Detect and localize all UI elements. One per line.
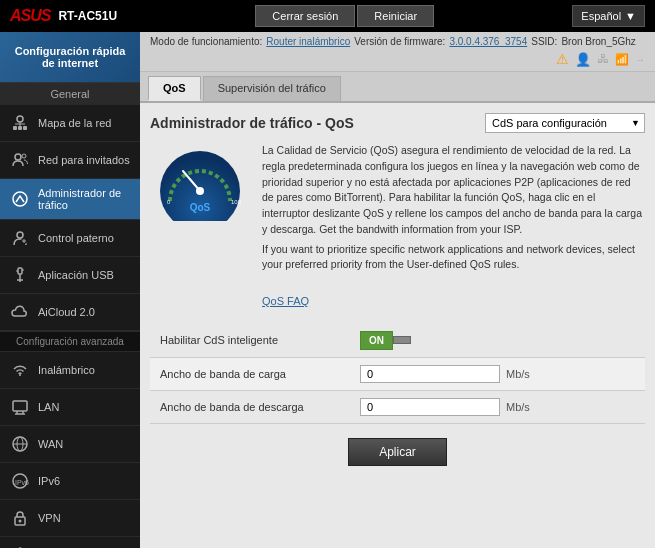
header: ASUS RT-AC51U Cerrar sesión Reiniciar Es… (0, 0, 655, 32)
restart-button[interactable]: Reiniciar (357, 5, 434, 27)
sidebar-item-guests[interactable]: Red para invitados (0, 142, 140, 179)
quick-config-label: Configuración rápida de internet (8, 45, 132, 69)
svg-text:QoS: QoS (190, 202, 211, 213)
sidebar-item-aicloud[interactable]: AiCloud 2.0 (0, 294, 140, 331)
mode-label: Modo de funcionamiento: (150, 36, 262, 47)
usb-icon (10, 265, 30, 285)
enable-qos-label: Habilitar CdS inteligente (160, 334, 360, 346)
sidebar-item-label: VPN (38, 512, 61, 524)
tab-traffic-monitor[interactable]: Supervisión del tráfico (203, 76, 341, 101)
ssid-value: Bron Bron_5Ghz (561, 36, 636, 47)
arrow-icon: → (635, 54, 645, 65)
field-download-bandwidth: Ancho de banda de descarga Mb/s (150, 391, 645, 424)
parental-icon (10, 228, 30, 248)
sidebar-item-wan[interactable]: WAN (0, 426, 140, 463)
speedometer-graphic: QoS 0 100 (150, 143, 250, 223)
upload-bandwidth-label: Ancho de banda de carga (160, 368, 360, 380)
sidebar: Configuración rápida de internet General… (0, 32, 140, 548)
ssid-label: SSID: (531, 36, 557, 47)
network-status-icon: 🖧 (597, 52, 609, 66)
info-box: QoS 0 100 La Calidad de Servicio (QoS) a… (150, 143, 645, 310)
upload-unit: Mb/s (506, 368, 530, 380)
sidebar-item-label: Mapa de la red (38, 117, 111, 129)
svg-text:IPv6: IPv6 (15, 479, 29, 486)
firmware-version[interactable]: 3.0.0.4.376_3754 (449, 36, 527, 47)
upload-bandwidth-value: Mb/s (360, 365, 530, 383)
chevron-down-icon: ▼ (625, 10, 636, 22)
sidebar-item-lan[interactable]: LAN (0, 389, 140, 426)
info-description: La Calidad de Servicio (QoS) asegura el … (262, 143, 645, 310)
download-bandwidth-input[interactable] (360, 398, 500, 416)
form-fields: Habilitar CdS inteligente ON Ancho de ba… (150, 324, 645, 424)
qos-faq-link[interactable]: QoS FAQ (262, 295, 309, 307)
wan-icon (10, 434, 30, 454)
sidebar-item-network-map[interactable]: Mapa de la red (0, 105, 140, 142)
download-bandwidth-value: Mb/s (360, 398, 530, 416)
network-icon (10, 113, 30, 133)
svg-point-16 (19, 374, 21, 376)
tab-qos[interactable]: QoS (148, 76, 201, 101)
toggle-off-label[interactable] (393, 336, 411, 344)
header-buttons: Cerrar sesión Reiniciar (255, 5, 434, 27)
sidebar-item-label: AiCloud 2.0 (38, 306, 95, 318)
content-area: Administrador de tráfico - QoS CdS para … (140, 103, 655, 548)
sidebar-item-label: LAN (38, 401, 59, 413)
vpn-icon (10, 508, 30, 528)
logout-button[interactable]: Cerrar sesión (255, 5, 355, 27)
info-paragraph-1: La Calidad de Servicio (QoS) asegura el … (262, 143, 645, 238)
lan-icon (10, 397, 30, 417)
download-bandwidth-label: Ancho de banda de descarga (160, 401, 360, 413)
svg-point-0 (17, 116, 23, 122)
svg-point-7 (22, 154, 26, 158)
svg-point-30 (196, 187, 204, 195)
svg-rect-1 (13, 126, 17, 130)
sidebar-item-ipv6[interactable]: IPv6 IPv6 (0, 463, 140, 500)
wireless-icon (10, 360, 30, 380)
content-header: Administrador de tráfico - QoS CdS para … (150, 113, 645, 133)
language-selector[interactable]: Español ▼ (572, 5, 645, 27)
upload-bandwidth-input[interactable] (360, 365, 500, 383)
logo-area: ASUS RT-AC51U (10, 7, 117, 25)
sidebar-item-parental[interactable]: Control paterno (0, 220, 140, 257)
qos-toggle[interactable]: ON (360, 331, 411, 350)
svg-rect-3 (23, 126, 27, 130)
download-unit: Mb/s (506, 401, 530, 413)
toggle-on-label[interactable]: ON (360, 331, 393, 350)
info-paragraph-2: If you want to prioritize specific netwo… (262, 242, 645, 274)
apply-section: Aplicar (150, 424, 645, 480)
guests-icon (10, 150, 30, 170)
sidebar-item-label: WAN (38, 438, 63, 450)
svg-rect-17 (13, 401, 27, 411)
config-dropdown[interactable]: CdS para configuración (485, 113, 645, 133)
signal-icon: 📶 (615, 53, 629, 66)
sidebar-item-wireless[interactable]: Inalámbrico (0, 352, 140, 389)
enable-qos-value: ON (360, 331, 411, 350)
main-content: Modo de funcionamiento: Router inalámbri… (140, 32, 655, 548)
sidebar-item-firewall[interactable]: Firewall (0, 537, 140, 548)
svg-text:100: 100 (231, 199, 242, 205)
tabs-bar: QoS Supervisión del tráfico (140, 72, 655, 103)
sidebar-item-label: Control paterno (38, 232, 114, 244)
sidebar-item-usb[interactable]: Aplicación USB (0, 257, 140, 294)
sidebar-item-label: Red para invitados (38, 154, 130, 166)
version-label: Versión de firmware: (354, 36, 445, 47)
apply-button[interactable]: Aplicar (348, 438, 447, 466)
firmware-bar: Modo de funcionamiento: Router inalámbri… (140, 32, 655, 72)
sidebar-item-label: Administrador de tráfico (38, 187, 130, 211)
svg-point-8 (13, 192, 27, 206)
warning-icon: ⚠ (556, 51, 569, 67)
sidebar-item-traffic[interactable]: Administrador de tráfico (0, 179, 140, 220)
sidebar-item-label: Aplicación USB (38, 269, 114, 281)
sidebar-item-label: Inalámbrico (38, 364, 95, 376)
main-layout: Configuración rápida de internet General… (0, 32, 655, 548)
sidebar-item-label: IPv6 (38, 475, 60, 487)
sidebar-quick-config[interactable]: Configuración rápida de internet (0, 32, 140, 82)
sidebar-item-vpn[interactable]: VPN (0, 500, 140, 537)
svg-point-27 (19, 520, 22, 523)
sidebar-section-general: General (0, 82, 140, 105)
svg-rect-2 (18, 126, 22, 130)
svg-point-6 (15, 154, 21, 160)
mode-link[interactable]: Router inalámbrico (266, 36, 350, 47)
user-icon: 👤 (575, 52, 591, 67)
ipv6-icon: IPv6 (10, 471, 30, 491)
